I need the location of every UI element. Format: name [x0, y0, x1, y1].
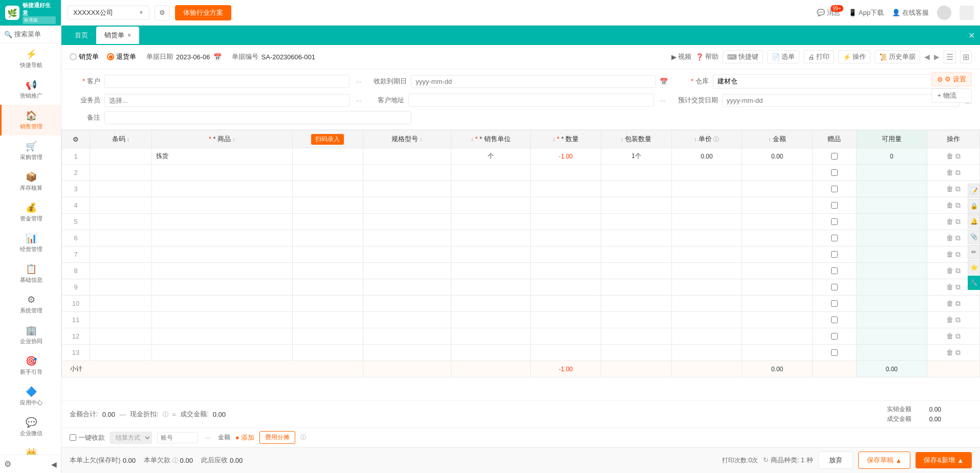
cell-amount[interactable] [742, 197, 813, 214]
cell-price[interactable] [671, 263, 742, 279]
copy-icon[interactable]: ⧉ [955, 185, 961, 193]
list-view-icon[interactable]: ☰ [944, 51, 956, 63]
avatar[interactable] [937, 6, 951, 20]
cell-pkg-qty[interactable] [601, 214, 671, 230]
gift-checkbox[interactable] [831, 317, 838, 323]
select-button[interactable]: 📄 选单 [767, 50, 799, 63]
cell-qty[interactable]: -1.00 [531, 148, 601, 165]
cell-spec[interactable] [363, 197, 451, 214]
gift-checkbox[interactable] [831, 349, 838, 356]
cell-price[interactable]: 0.00 [671, 148, 742, 165]
customer-more-btn[interactable]: ··· [354, 78, 363, 85]
shortcut-button[interactable]: ⌨ 快捷键 [723, 50, 763, 63]
cell-gift[interactable] [812, 296, 856, 312]
gift-checkbox[interactable] [831, 333, 838, 340]
sidebar-item-purchase[interactable]: 🛒 采购管理 [0, 136, 61, 166]
right-bell-btn[interactable]: 🔔 [968, 214, 980, 229]
cell-pkg-qty[interactable] [601, 328, 671, 345]
cell-product[interactable] [151, 246, 292, 263]
cell-price[interactable] [671, 328, 742, 345]
radio-return-order[interactable]: 退货单 [107, 52, 136, 61]
delete-icon[interactable]: 🗑 [946, 283, 953, 291]
sidebar-item-member[interactable]: 👑 畅会员 [0, 442, 61, 455]
cell-gift[interactable] [812, 230, 856, 246]
gift-checkbox[interactable] [831, 235, 838, 241]
cell-unit[interactable] [451, 279, 531, 296]
save-new-button[interactable]: 保存&新增 ▲ [916, 452, 972, 468]
cell-product[interactable] [151, 197, 292, 214]
cell-unit[interactable] [451, 263, 531, 279]
cell-product[interactable] [151, 214, 292, 230]
cell-unit[interactable] [451, 181, 531, 197]
cell-pkg-qty[interactable] [601, 197, 671, 214]
cell-barcode[interactable] [90, 165, 151, 181]
cell-spec[interactable] [363, 296, 451, 312]
expected-date-input[interactable] [722, 94, 960, 107]
th-settings[interactable]: ⚙ [62, 130, 90, 148]
cell-barcode[interactable] [90, 246, 151, 263]
cell-spec[interactable] [363, 328, 451, 345]
refresh-icon[interactable]: ↻ [763, 456, 769, 464]
sidebar-item-finance[interactable]: 💰 资金管理 [0, 197, 61, 228]
cell-product[interactable] [151, 230, 292, 246]
delete-icon[interactable]: 🗑 [946, 332, 953, 341]
addr-more-btn[interactable]: ··· [658, 97, 668, 104]
cell-price[interactable] [671, 230, 742, 246]
copy-icon[interactable]: ⧉ [955, 299, 961, 308]
video-link[interactable]: ▶ 视频 [671, 52, 691, 61]
cell-product[interactable] [151, 181, 292, 197]
sidebar-item-wechat[interactable]: 💬 企业微信 [0, 412, 61, 442]
cell-unit[interactable] [451, 197, 531, 214]
cell-gift[interactable] [812, 214, 856, 230]
cell-qty[interactable] [531, 181, 601, 197]
cell-price[interactable] [671, 345, 742, 361]
cell-qty[interactable] [531, 312, 601, 328]
delete-icon[interactable]: 🗑 [946, 250, 953, 259]
cell-barcode[interactable] [90, 263, 151, 279]
copy-icon[interactable]: ⧉ [955, 316, 961, 324]
gift-checkbox[interactable] [831, 300, 838, 307]
cell-spec[interactable] [363, 181, 451, 197]
sidebar-item-sales[interactable]: 🏠 销售管理 [0, 105, 61, 136]
cell-barcode[interactable] [90, 148, 151, 165]
cell-pkg-qty[interactable] [601, 263, 671, 279]
sidebar-item-basic[interactable]: 📋 基础信息 [0, 258, 61, 289]
cell-product[interactable] [151, 328, 292, 345]
app-download-button[interactable]: 📱 App下载 [848, 8, 884, 17]
customer-input[interactable] [104, 75, 350, 88]
company-selector[interactable]: XXXXXX公司 ▼ [68, 6, 149, 20]
right-attach-btn[interactable]: 📎 [968, 230, 980, 244]
sidebar-item-quick-nav[interactable]: ⚡ 快捷导航 [0, 43, 61, 74]
right-tool-btn[interactable]: 🔧 [968, 276, 980, 290]
delete-icon[interactable]: 🗑 [946, 201, 953, 210]
cell-qty[interactable] [531, 328, 601, 345]
cell-barcode[interactable] [90, 279, 151, 296]
cell-amount[interactable] [742, 345, 813, 361]
cell-qty[interactable] [531, 279, 601, 296]
note-input[interactable] [104, 111, 411, 124]
delete-icon[interactable]: 🗑 [946, 152, 953, 161]
delete-icon[interactable]: 🗑 [946, 299, 953, 308]
gift-checkbox[interactable] [831, 218, 838, 225]
cell-price[interactable] [671, 312, 742, 328]
cell-unit[interactable] [451, 328, 531, 345]
gift-checkbox[interactable] [831, 284, 838, 290]
cell-barcode[interactable] [90, 181, 151, 197]
gift-checkbox[interactable] [831, 153, 838, 160]
gift-checkbox[interactable] [831, 202, 838, 209]
cell-product[interactable] [151, 345, 292, 361]
cell-spec[interactable] [363, 246, 451, 263]
cell-amount[interactable]: 0.00 [742, 148, 813, 165]
cell-amount[interactable] [742, 263, 813, 279]
one-click-checkbox[interactable] [70, 434, 76, 441]
cell-product[interactable] [151, 296, 292, 312]
company-settings-button[interactable]: ⚙ [155, 5, 170, 20]
collapse-icon[interactable]: ◀ [51, 460, 57, 468]
right-note-btn[interactable]: 📝 [968, 184, 980, 198]
cell-gift[interactable] [812, 328, 856, 345]
cell-spec[interactable] [363, 148, 451, 165]
cell-spec[interactable] [363, 263, 451, 279]
tabbar-close-icon[interactable]: ✕ [968, 31, 975, 40]
right-lock-btn[interactable]: 🔒 [968, 199, 980, 213]
copy-icon[interactable]: ⧉ [955, 201, 961, 210]
